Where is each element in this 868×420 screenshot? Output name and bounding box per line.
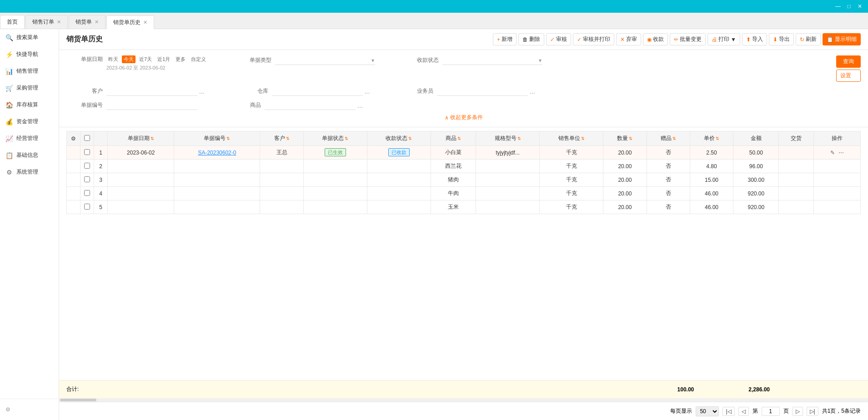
date-sort-icon: ⇅	[151, 136, 154, 141]
sidebar-item-search-menu[interactable]: 🔍 搜索菜单	[0, 29, 59, 46]
edit-op-button[interactable]: ✎	[828, 149, 837, 157]
scroll-thumb[interactable]	[60, 399, 96, 401]
spec-col-header[interactable]: 规格型号⇅	[476, 131, 539, 146]
sidebar-item-sys-mgmt[interactable]: ⚙ 系统管理	[0, 164, 59, 180]
page-input[interactable]	[762, 407, 780, 416]
docno-col-header[interactable]: 单据编号⇅	[174, 131, 260, 146]
prev-page-button[interactable]: ◁	[738, 407, 749, 416]
shortcut-more[interactable]: 更多	[174, 55, 187, 63]
tab-sales-history[interactable]: 销货单历史 ✕	[106, 15, 154, 29]
audit-button[interactable]: ✓ 审核	[546, 33, 571, 45]
tab-sales-delivery-close[interactable]: ✕	[95, 19, 99, 25]
customer-filter-input[interactable]	[106, 86, 197, 96]
row-checkbox[interactable]	[84, 149, 90, 155]
salesperson-filter-input[interactable]	[437, 86, 528, 96]
trade-cell	[779, 146, 814, 160]
lightning-icon: ⚡	[5, 51, 13, 58]
customer-cell	[260, 173, 303, 187]
salesperson-dots[interactable]: ...	[530, 88, 535, 95]
goods-col-header[interactable]: 商品⇅	[431, 131, 476, 146]
more-op-button[interactable]: ⋯	[837, 149, 846, 157]
unit-col-header[interactable]: 销售单位⇅	[540, 131, 603, 146]
warehouse-dots[interactable]: ...	[365, 88, 370, 95]
payment-filter-select[interactable]	[442, 55, 542, 65]
export-button[interactable]: ⬇ 导出	[769, 33, 794, 45]
first-page-button[interactable]: |◁	[722, 407, 734, 416]
goods-dots[interactable]: ...	[357, 102, 363, 109]
sidebar-item-quick-nav[interactable]: ⚡ 快捷导航	[0, 46, 59, 63]
doc-no-link[interactable]: SA-20230602-0	[198, 150, 236, 156]
batch-change-button[interactable]: ✏ 批量变更	[670, 33, 706, 45]
row-checkbox[interactable]	[84, 190, 90, 196]
goods-filter-input[interactable]	[265, 100, 356, 110]
qty-col-header[interactable]: 数量⇅	[603, 131, 647, 146]
collect-button[interactable]: ◉ 收款	[643, 33, 668, 45]
payment-filter-label: 收款状态	[402, 56, 439, 64]
horizontal-scrollbar[interactable]	[59, 398, 868, 402]
customer-col-header[interactable]: 客户⇅	[260, 131, 303, 146]
row-checkbox[interactable]	[84, 204, 90, 210]
docstatus-cell	[303, 173, 367, 187]
delete-button[interactable]: 🗑 删除	[518, 33, 544, 45]
date-col-header[interactable]: 单据日期⇅	[108, 131, 174, 146]
shortcut-today[interactable]: 今天	[122, 55, 135, 63]
tab-sales-order-close[interactable]: ✕	[57, 19, 61, 25]
sidebar-item-operations[interactable]: 📈 经营管理	[0, 130, 59, 147]
last-page-button[interactable]: ▷|	[807, 407, 818, 416]
close-button[interactable]: ✕	[855, 2, 864, 11]
tab-sales-delivery[interactable]: 销货单 ✕	[69, 15, 105, 29]
select-all-checkbox[interactable]	[84, 135, 90, 141]
query-button[interactable]: 查询	[836, 55, 861, 68]
docstatus-sort-icon: ⇅	[345, 136, 348, 141]
row-checkbox[interactable]	[84, 176, 90, 182]
gear-col-header[interactable]: ⚙	[67, 131, 80, 146]
chart-icon: 📊	[5, 68, 13, 75]
date-cell	[108, 173, 174, 187]
audit-print-button[interactable]: ✓ 审核并打印	[573, 33, 614, 45]
sidebar-item-finance-label: 资金管理	[16, 118, 38, 125]
print-button[interactable]: 🖨 打印 ▼	[707, 33, 740, 45]
qty-cell: 20.00	[603, 200, 647, 214]
sidebar-item-inventory[interactable]: 🏠 库存核算	[0, 96, 59, 113]
sidebar-bottom-settings[interactable]: ⚙	[0, 403, 59, 416]
refresh-button[interactable]: ↻ 刷新	[796, 33, 821, 45]
docstatus-col-header[interactable]: 单据状态⇅	[303, 131, 367, 146]
price-col-header[interactable]: 单价⇅	[690, 131, 733, 146]
settings-button[interactable]: 设置	[836, 70, 861, 82]
delete-label: 删除	[529, 35, 540, 43]
date-range-display: 2023-06-02 至 2023-06-02	[106, 65, 208, 71]
docno-filter-input[interactable]	[106, 100, 197, 110]
warehouse-filter-input[interactable]	[272, 86, 363, 96]
next-page-button[interactable]: ▷	[793, 407, 803, 416]
spec-cell	[476, 187, 539, 200]
sidebar-item-purchase-mgmt[interactable]: 🛒 采购管理	[0, 80, 59, 96]
new-label: 新增	[502, 35, 512, 43]
type-filter-select[interactable]	[275, 55, 375, 65]
import-button[interactable]: ⬆ 导入	[742, 33, 767, 45]
paystatus-col-header[interactable]: 收款状态⇅	[367, 131, 431, 146]
gift-col-header[interactable]: 赠品⇅	[647, 131, 690, 146]
per-page-select[interactable]: 50 100 200	[696, 406, 719, 416]
sidebar-item-sales-mgmt[interactable]: 📊 销售管理	[0, 63, 59, 80]
customer-dots[interactable]: ...	[199, 88, 205, 95]
tab-sales-order[interactable]: 销售订单 ✕	[25, 15, 68, 29]
paystatus-cell: 已收款	[367, 146, 431, 160]
sidebar-item-finance[interactable]: 💰 资金管理	[0, 113, 59, 130]
discard-button[interactable]: ✕ 弃审	[616, 33, 641, 45]
tab-home[interactable]: 首页	[0, 15, 25, 29]
rownum-cell: 4	[94, 187, 108, 200]
new-button[interactable]: + 新增	[493, 33, 517, 45]
shortcut-yesterday[interactable]: 昨天	[106, 55, 120, 63]
show-details-button[interactable]: 📋 显示明细	[823, 33, 861, 45]
unit-cell: 千克	[540, 173, 603, 187]
shortcut-custom[interactable]: 自定义	[189, 55, 208, 63]
maximize-button[interactable]: □	[844, 2, 853, 11]
collapse-button[interactable]: ∧ 收起更多条件	[66, 114, 861, 121]
row-checkbox[interactable]	[84, 163, 90, 169]
minimize-button[interactable]: —	[833, 2, 843, 11]
date-cell	[108, 200, 174, 214]
tab-sales-history-close[interactable]: ✕	[143, 20, 147, 25]
shortcut-1month[interactable]: 近1月	[156, 55, 172, 63]
sidebar-item-basic-info[interactable]: 📋 基础信息	[0, 147, 59, 164]
shortcut-7days[interactable]: 近7天	[137, 55, 154, 63]
